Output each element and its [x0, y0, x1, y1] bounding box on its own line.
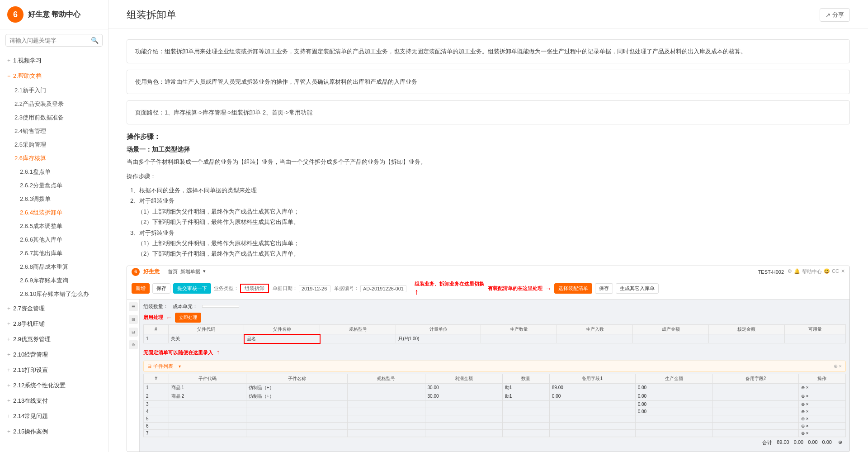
- sidebar-item-sales[interactable]: 2.4销售管理: [0, 124, 108, 138]
- intro-block: 功能介绍：组装拆卸单用来处理企业组装或拆卸等加工业务，支持有固定装配清单的产品加…: [127, 39, 850, 63]
- sidebar-item-inv262[interactable]: 2.6.2分量盘点单: [0, 179, 108, 192]
- step-title: 操作步骤：: [127, 171, 850, 181]
- sc-icon4[interactable]: ⊕: [129, 340, 138, 349]
- plus-icon: +: [7, 413, 10, 419]
- sc-logo: 6: [132, 268, 140, 276]
- sidebar-item-mobile[interactable]: + 2.8手机旺铺: [0, 316, 108, 332]
- plus-icon: +: [7, 57, 10, 64]
- sidebar: 6 好生意 帮助中心 🔍 + 1.视频学习 − 2.帮助文档 2.1新手入门 2…: [0, 0, 108, 452]
- sidebar-item-inv265[interactable]: 2.6.5成本调整单: [0, 219, 108, 233]
- annotation4-label: 无固定清单可以随便在这里录入: [143, 350, 213, 355]
- sc-main-area: 组装数量： 成本单元： 启用处理 ← 立即处理 #: [140, 300, 849, 452]
- table-row: 2 商品 2 仿制品（+） 30.00 助1 0.00 0.00 ⊕ ×: [144, 392, 846, 400]
- share-button[interactable]: ↗ 分享: [820, 8, 850, 22]
- sidebar-item-install[interactable]: 2.2产品安装及登录: [0, 97, 108, 111]
- app-logo: 6: [7, 6, 24, 23]
- sidebar-item-cases[interactable]: + 2.15操作案例: [0, 424, 108, 439]
- sc-docno-value: AD-20191226-001: [360, 285, 406, 292]
- sc-toolbar: 新增 保存 提交审核一下 业务类型： 组装拆卸 单据日期： 2019-12-26…: [127, 278, 849, 300]
- sidebar-item-video[interactable]: + 1.视频学习: [0, 53, 108, 68]
- sc-save2-btn[interactable]: 保存: [595, 283, 613, 294]
- sidebar-item-print[interactable]: + 2.11打印设置: [0, 362, 108, 378]
- path-text: 页面路径：1、库存核算->库存管理->组装拆卸单 2、首页->常用功能: [135, 109, 312, 116]
- sc-enable-btn[interactable]: 立即处理: [175, 313, 201, 323]
- sidebar-item-inv264[interactable]: 2.6.4组装拆卸单: [0, 206, 108, 219]
- sidebar-item-inv263[interactable]: 2.6.3调拨单: [0, 192, 108, 206]
- sc-save-btn[interactable]: 保存: [152, 283, 170, 294]
- step3-sub2: （2）下部明细为子件明细，最终作为产成品生成其它入库单。: [137, 248, 850, 259]
- sidebar-item-inv266[interactable]: 2.6.6其他入库单: [0, 233, 108, 247]
- sc-left-icons: ☰ ⊞ ⊟ ⊕: [127, 300, 140, 452]
- sc-footer: 合计 89.00 0.00 0.00 0.00 ⊕: [143, 437, 846, 448]
- sidebar-item-inventory[interactable]: 2.6库存核算: [0, 152, 108, 165]
- table-row: 1 商品 1 仿制品（+） 30.00 助1 89.00 0.00 ⊕ ×: [144, 383, 846, 392]
- sidebar-header: 6 好生意 帮助中心: [0, 0, 108, 29]
- plus-icon: +: [7, 428, 10, 435]
- sc-icon3[interactable]: ⊟: [129, 328, 138, 337]
- sc-nav: 首页 新增单据 ▾: [168, 268, 206, 275]
- scene1-desc: 当由多个子件材料组装成一个成品的业务为【组装】业务，当由一个父件拆分成多个子产品…: [127, 157, 850, 167]
- main-header: 组装拆卸单 ↗ 分享: [108, 0, 868, 29]
- step1: 1、根据不同的业务，选择不同单据的类型来处理: [130, 185, 850, 195]
- step2-sub2: （2）下部明细为子件明细，最终作为原材料生成其它出库单。: [137, 217, 850, 227]
- sidebar-item-data[interactable]: 2.3使用前数据准备: [0, 111, 108, 124]
- sc-upper-table: # 父件代码 父件名称 规格型号 计量单位 生产数量 生产入数 成产金额 核定金…: [143, 324, 846, 344]
- share-icon: ↗: [826, 12, 830, 19]
- sc-fields: 业务类型： 组装拆卸 单据日期： 2019-12-26 单据编号： AD-201…: [214, 281, 659, 297]
- sidebar-item-inv261[interactable]: 2.6.1盘点单: [0, 165, 108, 179]
- sidebar-item-inv2610[interactable]: 2.6.10库存账本错了怎么办: [0, 287, 108, 301]
- sidebar-item-payment[interactable]: + 2.13在线支付: [0, 393, 108, 409]
- sc-type-value[interactable]: 组装拆卸: [240, 284, 269, 293]
- sidebar-item-coupon[interactable]: + 2.9优惠券管理: [0, 332, 108, 347]
- sc-brand: 好生意: [143, 268, 160, 276]
- sc-docno-field: 单据编号： AD-20191226-001: [334, 285, 406, 292]
- article-body: 功能介绍：组装拆卸单用来处理企业组装或拆卸等加工业务，支持有固定装配清单的产品加…: [108, 29, 868, 452]
- sc-controls: ⚙ 🔔 帮助中心 😀 CC ✕: [788, 268, 845, 275]
- sc-qty-row: 组装数量： 成本单元：: [143, 303, 846, 310]
- table-row: 30.00⊕ ×: [144, 400, 846, 408]
- scene1-title: 场景一：加工类型选择: [127, 146, 850, 154]
- step3: 3、对于拆装业务: [130, 228, 850, 238]
- sc-new-btn[interactable]: 新增: [132, 283, 150, 294]
- plus-icon: +: [7, 367, 10, 373]
- sidebar-item-finance[interactable]: + 2.7资金管理: [0, 301, 108, 316]
- sidebar-item-newbie[interactable]: 2.1新手入门: [0, 84, 108, 97]
- main-content: 组装拆卸单 ↗ 分享 功能介绍：组装拆卸单用来处理企业组装或拆卸等加工业务，支持…: [108, 0, 868, 452]
- search-bar[interactable]: 🔍: [5, 34, 103, 47]
- search-input[interactable]: [9, 37, 91, 44]
- path-block: 页面路径：1、库存核算->库存管理->组装拆卸单 2、首页->常用功能: [127, 100, 850, 124]
- sidebar-item-help[interactable]: − 2.帮助文档: [0, 68, 108, 84]
- role-block: 使用角色：通常由生产人员或库管人员完成拆装业务的操作，库管人员确认原材料的出库和…: [127, 70, 850, 94]
- annotation3-label: 启用处理: [143, 314, 163, 321]
- table-row: 6⊕ ×: [144, 422, 846, 429]
- plus-icon: +: [7, 336, 10, 343]
- intro-text: 功能介绍：组装拆卸单用来处理企业组装或拆卸等加工业务，支持有固定装配清单的产品加…: [135, 48, 746, 55]
- plus-icon: +: [7, 398, 10, 404]
- sidebar-item-inv268[interactable]: 2.6.8商品成本重算: [0, 260, 108, 274]
- table-row: 7⊕ ×: [144, 429, 846, 437]
- table-row: 1 关关 品名 只(约1.00): [144, 334, 846, 343]
- sc-date-field: 单据日期： 2019-12-26: [273, 285, 330, 292]
- sc-subtitle-row: ⊟ 子件列表 ▾ ⊕ ×: [143, 361, 846, 372]
- plus-icon: +: [7, 382, 10, 389]
- sidebar-item-purchase[interactable]: 2.5采购管理: [0, 138, 108, 152]
- table-row: 40.00⊕ ×: [144, 408, 846, 415]
- sc-annotation3: 启用处理 ← 立即处理: [143, 313, 846, 323]
- sc-icon1[interactable]: ☰: [129, 302, 138, 311]
- sc-icon2[interactable]: ⊞: [129, 315, 138, 324]
- sc-warehouse[interactable]: [202, 305, 239, 308]
- step2-sub1: （1）上部明细为父件明细，最终作为产成品生成其它入库单；: [137, 206, 850, 217]
- sc-date-value: 2019-12-26: [299, 285, 330, 292]
- role-text: 使用角色：通常由生产人员或库管人员完成拆装业务的操作，库管人员确认原材料的出库和…: [135, 78, 417, 85]
- sc-company: TEST-H002: [758, 269, 784, 275]
- sidebar-item-inv267[interactable]: 2.6.7其他出库单: [0, 247, 108, 260]
- sc-annotation-btn[interactable]: 选择装配清单: [554, 283, 592, 294]
- sidebar-item-custom[interactable]: + 2.12系统个性化设置: [0, 378, 108, 393]
- sc-other-btn[interactable]: 生成其它入库单: [616, 283, 659, 294]
- annotation1-label: 组装业务、拆卸业务在这里切换: [415, 281, 484, 287]
- sidebar-item-operation[interactable]: + 2.10经营管理: [0, 347, 108, 362]
- sc-annotation4-area: 无固定清单可以随便在这里录入 ↑: [143, 347, 846, 358]
- sidebar-item-inv269[interactable]: 2.6.9库存账本查询: [0, 274, 108, 287]
- sidebar-item-faq[interactable]: + 2.14常见问题: [0, 409, 108, 424]
- sc-submit-btn[interactable]: 提交审核一下: [173, 283, 211, 294]
